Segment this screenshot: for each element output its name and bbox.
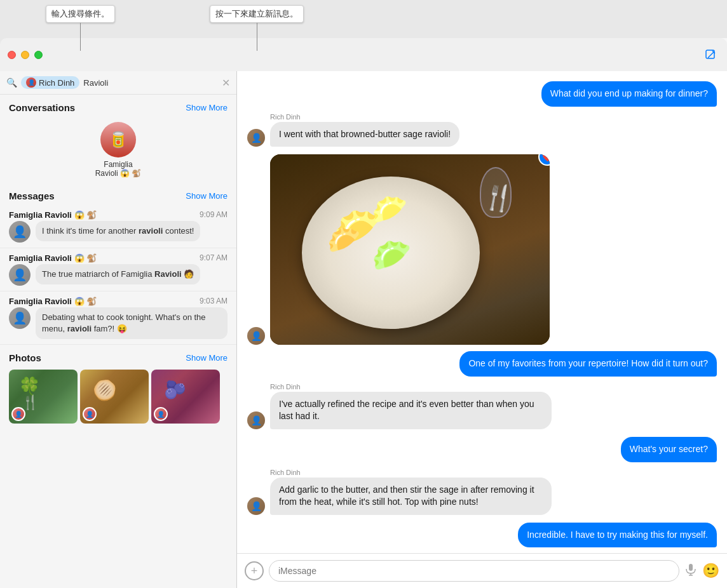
sender-label-7: Rich Dinh xyxy=(270,469,717,476)
minimize-button[interactable] xyxy=(21,51,29,59)
message-row-8: Incredible. I have to try making this fo… xyxy=(247,523,717,548)
conv-avatar-famiglia: 🥫 xyxy=(100,122,136,157)
message-row-4: One of my favorites from your repertoire… xyxy=(247,351,717,377)
photo-thumb-2[interactable]: 🫓 👤 xyxy=(80,370,149,424)
message-result-3[interactable]: Famiglia Ravioli 😱 🐒 9:03 AM 👤 Debating … xyxy=(0,291,236,345)
msg-result-time-3: 9:03 AM xyxy=(200,297,228,306)
photo-image-2: 🫓 👤 xyxy=(80,370,149,424)
photo-avatar-2: 👤 xyxy=(83,407,97,421)
photos-grid: 🍀 🍴 👤 🫓 👤 🫐 👤 xyxy=(0,367,236,432)
tooltip-compose: 按一下來建立新訊息。 xyxy=(210,5,304,23)
sender-label-2: Rich Dinh xyxy=(270,113,717,121)
message-result-2[interactable]: Famiglia Ravioli 😱 🐒 9:07 AM 👤 The true … xyxy=(0,248,236,291)
photos-title: Photos xyxy=(9,352,41,363)
search-text: Ravioli xyxy=(83,78,108,88)
close-button[interactable] xyxy=(8,51,16,59)
conv-name-famiglia: FamigliaRavioli 😱 🐒 xyxy=(95,160,142,178)
traffic-lights xyxy=(8,51,43,59)
photo-avatar-3: 👤 xyxy=(154,407,168,421)
sidebar: 🔍 👤 Rich Dinh Ravioli ✕ Conversations Sh… xyxy=(0,71,237,588)
messages-title: Messages xyxy=(9,190,55,201)
search-bar: 🔍 👤 Rich Dinh Ravioli ✕ xyxy=(0,71,236,95)
chat-input-bar: + 🙂 xyxy=(237,553,727,588)
msg-result-name-3: Famiglia Ravioli 😱 🐒 xyxy=(9,297,97,306)
ravioli-photo: 🥟 🥟 🥟 🥟 🍴 ❤️ xyxy=(270,154,550,345)
messages-show-more[interactable]: Show More xyxy=(186,191,228,201)
emoji-button[interactable]: 🙂 xyxy=(702,563,719,579)
photo-thumb-3[interactable]: 🫐 👤 xyxy=(151,370,220,424)
message-image-wrap: 🥟 🥟 🥟 🥟 🍴 ❤️ xyxy=(270,154,550,345)
titlebar xyxy=(0,38,727,71)
msg-result-avatar-3: 👤 xyxy=(9,307,31,329)
message-bubble-5: I've actually refined the recipe and it'… xyxy=(270,392,552,429)
msg-result-body-1: 👤 I think it's time for another ravioli … xyxy=(9,221,228,243)
msg-result-text-3: Debating what to cook tonight. What's on… xyxy=(36,307,228,339)
photos-show-more[interactable]: Show More xyxy=(186,353,228,363)
photos-header: Photos Show More xyxy=(0,345,236,367)
conversations-header: Conversations Show More xyxy=(0,95,236,117)
msg-result-text-1: I think it's time for another ravioli co… xyxy=(36,221,200,241)
msg-result-name-1: Famiglia Ravioli 😱 🐒 xyxy=(9,210,97,220)
conversations-title: Conversations xyxy=(9,102,75,113)
msg-result-text-2: The true matriarch of Famiglia Ravioli 🧑 xyxy=(36,264,200,284)
message-row-image: 👤 🥟 🥟 🥟 🥟 xyxy=(247,154,717,345)
message-bubble-1: What did you end up making for dinner? xyxy=(541,81,717,107)
msg-avatar-image: 👤 xyxy=(247,327,265,345)
conv-avatar-emoji: 🥫 xyxy=(100,122,136,157)
photo-thumb-1[interactable]: 🍀 🍴 👤 xyxy=(9,370,78,424)
msg-result-header-1: Famiglia Ravioli 😱 🐒 9:09 AM xyxy=(9,210,228,220)
photo-image-3: 🫐 👤 xyxy=(151,370,220,424)
message-bubble-8: Incredible. I have to try making this fo… xyxy=(518,523,717,548)
svg-line-1 xyxy=(708,52,714,58)
msg-result-header-3: Famiglia Ravioli 😱 🐒 9:03 AM xyxy=(9,297,228,306)
message-bubble-2: I went with that browned-butter sage rav… xyxy=(270,122,459,147)
msg-avatar-2: 👤 xyxy=(247,129,265,147)
msg-result-body-2: 👤 The true matriarch of Famiglia Ravioli… xyxy=(9,264,228,286)
message-input[interactable] xyxy=(269,560,679,582)
msg-result-header-2: Famiglia Ravioli 😱 🐒 9:07 AM xyxy=(9,253,228,263)
message-bubble-7: Add garlic to the butter, and then stir … xyxy=(270,478,552,515)
svg-rect-6 xyxy=(689,564,693,571)
voice-input-icon[interactable] xyxy=(684,563,697,579)
messages-header: Messages Show More xyxy=(0,183,236,205)
search-tag-name: Rich Dinh xyxy=(39,78,74,88)
message-image: 🥟 🥟 🥟 🥟 🍴 ❤️ xyxy=(270,154,550,345)
search-clear-button[interactable]: ✕ xyxy=(222,77,230,89)
search-tag-avatar: 👤 xyxy=(26,77,36,88)
compose-button[interactable] xyxy=(702,46,719,63)
tooltip-search: 輸入搜尋條件。 xyxy=(46,5,115,23)
msg-result-time-1: 9:09 AM xyxy=(200,210,228,220)
message-row-7: 👤 Add garlic to the butter, and then sti… xyxy=(247,478,717,515)
message-bubble-4: One of my favorites from your repertoire… xyxy=(459,351,717,377)
search-tag: 👤 Rich Dinh xyxy=(21,76,79,89)
photo-image-1: 🍀 🍴 👤 xyxy=(9,370,78,424)
chat-messages: What did you end up making for dinner? R… xyxy=(237,71,727,553)
message-row-1: What did you end up making for dinner? xyxy=(247,81,717,107)
add-button[interactable]: + xyxy=(245,561,264,580)
message-row-2: 👤 I went with that browned-butter sage r… xyxy=(247,122,717,147)
msg-result-avatar-1: 👤 xyxy=(9,221,31,243)
chat-panel: To: Famiglia Ravioli 🤔 🐒 What d xyxy=(237,38,727,588)
msg-result-body-3: 👤 Debating what to cook tonight. What's … xyxy=(9,307,228,339)
sidebar-content: Conversations Show More 🥫 FamigliaRaviol… xyxy=(0,95,236,588)
msg-result-avatar-2: 👤 xyxy=(9,264,31,286)
conversations-show-more[interactable]: Show More xyxy=(186,103,228,112)
message-bubble-6: What's your secret? xyxy=(621,437,717,462)
sender-label-5: Rich Dinh xyxy=(270,383,717,391)
maximize-button[interactable] xyxy=(34,51,43,59)
conversation-item-famiglia[interactable]: 🥫 FamigliaRavioli 😱 🐒 xyxy=(0,117,236,183)
photo-avatar-1: 👤 xyxy=(11,407,25,421)
msg-avatar-5: 👤 xyxy=(247,411,265,429)
search-icon: 🔍 xyxy=(6,77,17,88)
msg-result-name-2: Famiglia Ravioli 😱 🐒 xyxy=(9,253,97,263)
msg-avatar-7: 👤 xyxy=(247,497,265,515)
message-result-1[interactable]: Famiglia Ravioli 😱 🐒 9:09 AM 👤 I think i… xyxy=(0,205,236,248)
msg-result-time-2: 9:07 AM xyxy=(200,253,228,263)
message-row-6: What's your secret? xyxy=(247,437,717,462)
message-row-5: 👤 I've actually refined the recipe and i… xyxy=(247,392,717,429)
